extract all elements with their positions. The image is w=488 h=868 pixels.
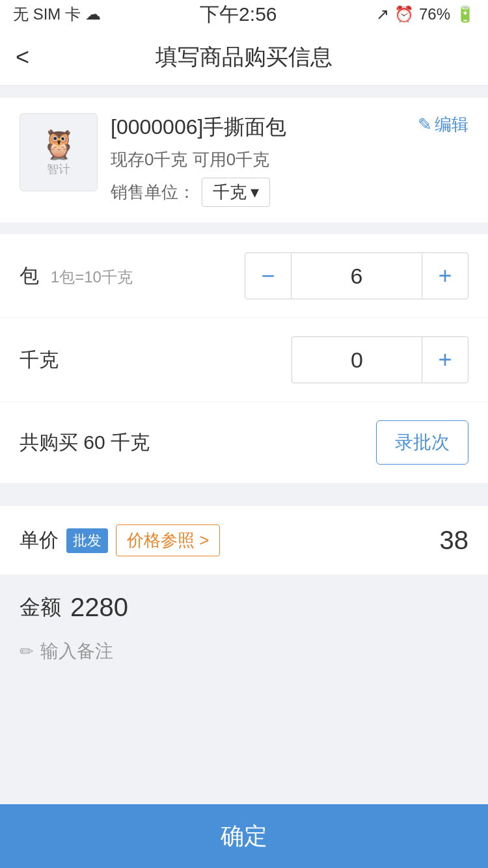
- qty-input-bao[interactable]: [291, 252, 422, 299]
- status-right: ↗ ⏰ 76% 🔋: [376, 5, 475, 23]
- signal-text: 无 SIM 卡 ☁: [13, 4, 101, 25]
- qty-control-kg: +: [291, 336, 468, 383]
- location-icon: ↗: [376, 5, 389, 23]
- qty-plus-bao[interactable]: +: [422, 252, 468, 299]
- qty-label-bao: 包 1包=10千克: [20, 263, 133, 290]
- amount-row: 金额 2280: [20, 593, 468, 622]
- price-value: 38: [440, 526, 469, 555]
- amount-value: 2280: [70, 593, 128, 622]
- status-bar: 无 SIM 卡 ☁ 下午2:56 ↗ ⏰ 76% 🔋: [0, 0, 488, 29]
- section-divider-2: [0, 483, 488, 495]
- unit-dropdown-icon: ▾: [251, 182, 259, 202]
- unit-select[interactable]: 千克 ▾: [202, 178, 270, 207]
- qty-control-bao: − +: [245, 252, 468, 299]
- section-divider-1: [0, 223, 488, 234]
- product-info: [0000006]手撕面包 现存0千克 可用0千克 销售单位： 千克 ▾: [111, 113, 390, 207]
- page-title: 填写商品购买信息: [156, 42, 332, 72]
- qty-label-text-bao: 包: [20, 265, 39, 286]
- edit-button[interactable]: ✎ 编辑: [418, 113, 468, 136]
- product-card-right: ✎ 编辑: [403, 113, 468, 136]
- price-label: 单价: [20, 527, 59, 554]
- note-row[interactable]: ✏ 输入备注: [20, 632, 468, 670]
- status-time: 下午2:56: [200, 1, 277, 28]
- total-label: 共购买 60 千克: [20, 429, 150, 456]
- alarm-icon: ⏰: [394, 5, 414, 23]
- price-left: 单价 批发 价格参照 >: [20, 524, 220, 556]
- product-logo-icon: 🦉: [41, 128, 77, 161]
- qty-label-kg: 千克: [20, 347, 59, 373]
- product-unit-row: 销售单位： 千克 ▾: [111, 178, 390, 207]
- amount-label: 金额: [20, 593, 61, 622]
- amount-section: 金额 2280 ✏ 输入备注: [0, 575, 488, 681]
- product-thumbnail: 🦉 智计: [20, 113, 98, 191]
- unit-value: 千克: [213, 181, 247, 204]
- quantity-row-kg: 千克 +: [0, 318, 488, 402]
- qty-hint-bao: 1包=10千克: [51, 268, 133, 286]
- qty-plus-kg[interactable]: +: [422, 336, 468, 383]
- price-ref-button[interactable]: 价格参照 >: [116, 524, 220, 556]
- edit-label: 编辑: [435, 113, 468, 136]
- quantity-row-bao: 包 1包=10千克 − +: [0, 234, 488, 318]
- battery-text: 76%: [419, 5, 450, 23]
- back-button[interactable]: <: [16, 44, 29, 71]
- product-card: 🦉 智计 [0000006]手撕面包 现存0千克 可用0千克 销售单位： 千克 …: [0, 98, 488, 223]
- qty-label-text-kg: 千克: [20, 349, 59, 370]
- price-section: 单价 批发 价格参照 > 38: [0, 506, 488, 575]
- product-stock: 现存0千克 可用0千克: [111, 148, 390, 171]
- product-name: [0000006]手撕面包: [111, 113, 390, 142]
- qty-input-kg[interactable]: [291, 336, 422, 383]
- battery-icon: 🔋: [455, 5, 475, 23]
- note-placeholder: 输入备注: [40, 639, 113, 664]
- edit-icon: ✎: [418, 115, 432, 135]
- record-batch-button[interactable]: 录批次: [376, 420, 468, 465]
- confirm-text: 确定: [221, 821, 267, 852]
- product-logo-text: 智计: [47, 161, 70, 177]
- unit-label: 销售单位：: [111, 181, 195, 204]
- status-left: 无 SIM 卡 ☁: [13, 4, 101, 25]
- total-row: 共购买 60 千克 录批次: [0, 402, 488, 483]
- nav-bar: < 填写商品购买信息: [0, 29, 488, 86]
- pencil-icon: ✏: [20, 642, 34, 662]
- batch-tag: 批发: [66, 528, 108, 553]
- qty-minus-bao[interactable]: −: [245, 252, 291, 299]
- confirm-bar[interactable]: 确定: [0, 804, 488, 868]
